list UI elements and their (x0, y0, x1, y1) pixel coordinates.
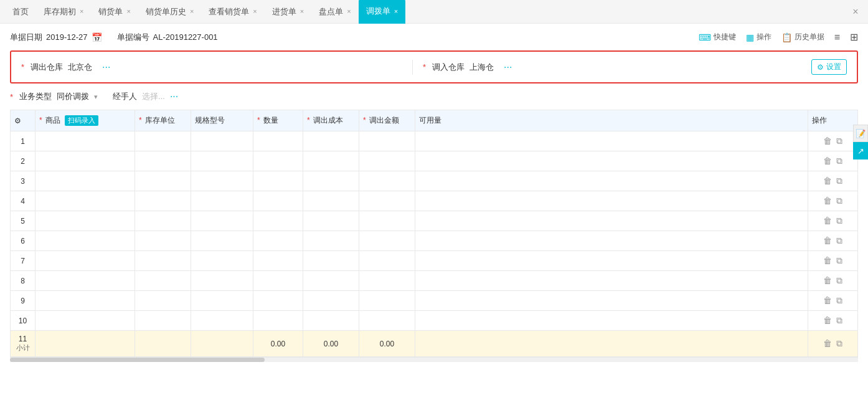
tab-view-sales[interactable]: 查看销货单 × (201, 0, 264, 24)
list-view-button[interactable]: ≡ (834, 32, 840, 43)
cell-product[interactable] (35, 171, 135, 191)
cell-amount[interactable] (359, 271, 415, 291)
history-button[interactable]: 📋 历史单据 (781, 32, 824, 42)
cell-qty[interactable] (253, 211, 303, 231)
cell-qty[interactable] (253, 191, 303, 211)
tab-inventory-init[interactable]: 库存期初 × (36, 0, 91, 24)
cell-product[interactable] (35, 131, 135, 151)
cell-available[interactable] (415, 151, 808, 171)
person-more-button[interactable]: ··· (170, 91, 178, 102)
cell-amount[interactable] (359, 311, 415, 331)
cell-available[interactable] (415, 211, 808, 231)
tab-sales-history[interactable]: 销货单历史 × (138, 0, 201, 24)
cell-spec[interactable] (191, 211, 253, 231)
delete-row-icon[interactable]: 🗑 (823, 315, 832, 325)
horizontal-scrollbar[interactable] (10, 357, 858, 362)
delete-row-icon[interactable]: 🗑 (823, 275, 832, 285)
cell-available[interactable] (415, 251, 808, 271)
cell-product[interactable] (35, 211, 135, 231)
delete-row-icon[interactable]: 🗑 (823, 216, 832, 226)
cell-spec[interactable] (191, 251, 253, 271)
delete-icon[interactable]: 🗑 (823, 338, 832, 348)
cell-spec[interactable] (191, 311, 253, 331)
cell-product[interactable] (35, 311, 135, 331)
cell-available[interactable] (415, 271, 808, 291)
tab-home[interactable]: 首页 (5, 0, 36, 24)
copy-row-icon[interactable]: ⧉ (836, 216, 842, 226)
business-type-value[interactable]: 同价调拨 (57, 91, 89, 102)
cell-available[interactable] (415, 131, 808, 151)
shortcuts-button[interactable]: ⌨ 快捷键 (699, 32, 736, 42)
operations-button[interactable]: ▦ 操作 (746, 32, 771, 42)
cell-unit[interactable] (135, 251, 191, 271)
delete-row-icon[interactable]: 🗑 (823, 156, 832, 166)
person-select[interactable]: 选择... (142, 91, 165, 102)
cell-amount[interactable] (359, 211, 415, 231)
cell-cost[interactable] (303, 191, 359, 211)
cell-available[interactable] (415, 231, 808, 251)
cell-qty[interactable] (253, 251, 303, 271)
out-warehouse-value[interactable]: 北京仓 (68, 62, 92, 73)
cell-amount[interactable] (359, 151, 415, 171)
in-warehouse-more[interactable]: ··· (504, 62, 512, 73)
cell-qty[interactable] (253, 231, 303, 251)
tab-sales-history-close[interactable]: × (190, 8, 194, 15)
cell-cost[interactable] (303, 271, 359, 291)
cell-product[interactable] (35, 271, 135, 291)
cell-product[interactable] (35, 291, 135, 311)
cell-spec[interactable] (191, 191, 253, 211)
business-type-dropdown-icon[interactable]: ▾ (94, 93, 98, 101)
tab-transfer-close[interactable]: × (394, 8, 398, 15)
tab-inventory-check-close[interactable]: × (347, 8, 351, 15)
cell-available[interactable] (415, 291, 808, 311)
cell-qty[interactable] (253, 131, 303, 151)
cell-cost[interactable] (303, 251, 359, 271)
cell-qty[interactable] (253, 171, 303, 191)
cell-qty[interactable] (253, 291, 303, 311)
cell-unit[interactable] (135, 131, 191, 151)
cell-available[interactable] (415, 171, 808, 191)
delete-row-icon[interactable]: 🗑 (823, 136, 832, 146)
cell-unit[interactable] (135, 271, 191, 291)
copy-row-icon[interactable]: ⧉ (836, 315, 842, 325)
cell-amount[interactable] (359, 131, 415, 151)
out-warehouse-more[interactable]: ··· (102, 62, 110, 73)
cell-product[interactable] (35, 151, 135, 171)
cell-unit[interactable] (135, 211, 191, 231)
cell-spec[interactable] (191, 151, 253, 171)
delete-row-icon[interactable]: 🗑 (823, 295, 832, 305)
cell-unit[interactable] (135, 311, 191, 331)
delete-row-icon[interactable]: 🗑 (823, 236, 832, 245)
grid-view-button[interactable]: ⊞ (850, 31, 858, 43)
cell-cost[interactable] (303, 211, 359, 231)
cell-amount[interactable] (359, 171, 415, 191)
tab-purchase[interactable]: 进货单 × (265, 0, 311, 24)
in-warehouse-value[interactable]: 上海仓 (469, 62, 494, 73)
cell-amount[interactable] (359, 291, 415, 311)
cell-cost[interactable] (303, 231, 359, 251)
cell-qty[interactable] (253, 151, 303, 171)
copy-row-icon[interactable]: ⧉ (836, 136, 842, 146)
tab-inventory-init-close[interactable]: × (80, 8, 83, 15)
cell-product[interactable] (35, 251, 135, 271)
scrollbar-thumb[interactable] (10, 358, 265, 362)
cell-qty[interactable] (253, 311, 303, 331)
cell-unit[interactable] (135, 191, 191, 211)
cell-unit[interactable] (135, 291, 191, 311)
cell-spec[interactable] (191, 271, 253, 291)
cell-cost[interactable] (303, 291, 359, 311)
cell-available[interactable] (415, 191, 808, 211)
cell-qty[interactable] (253, 271, 303, 291)
cell-spec[interactable] (191, 171, 253, 191)
tab-bar-close-button[interactable]: × (849, 6, 862, 18)
cell-unit[interactable] (135, 151, 191, 171)
settings-button[interactable]: ⚙ 设置 (811, 59, 847, 75)
cell-amount[interactable] (359, 231, 415, 251)
tab-sales-order-close[interactable]: × (126, 8, 130, 15)
cell-product[interactable] (35, 231, 135, 251)
delete-row-icon[interactable]: 🗑 (823, 255, 832, 265)
sidebar-notes-icon[interactable]: 📝 (853, 125, 868, 142)
cell-unit[interactable] (135, 231, 191, 251)
tab-transfer[interactable]: 调拨单 × (359, 0, 405, 24)
copy-row-icon[interactable]: ⧉ (836, 255, 842, 265)
